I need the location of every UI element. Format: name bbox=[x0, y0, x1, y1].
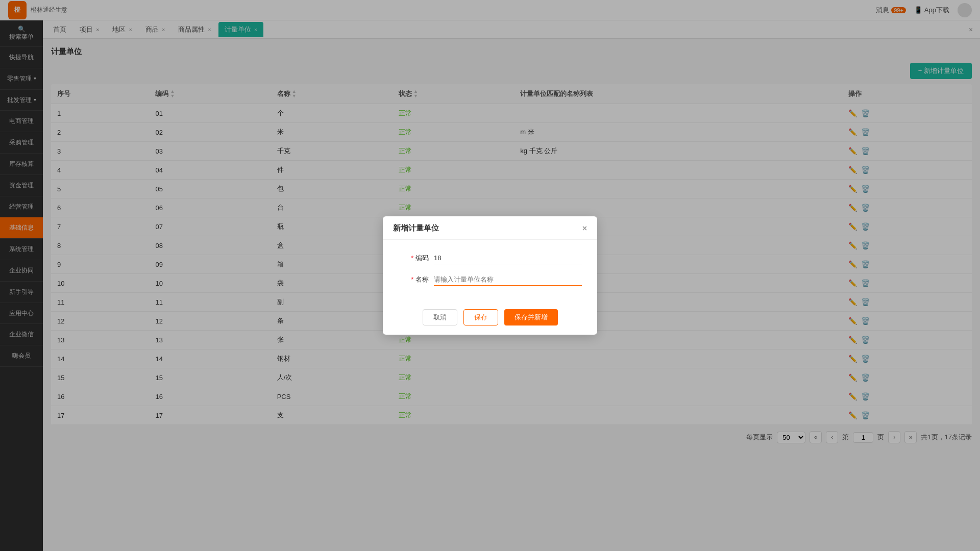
code-input[interactable] bbox=[434, 252, 582, 264]
modal-title: 新增计量单位 bbox=[393, 223, 439, 233]
cancel-button[interactable]: 取消 bbox=[423, 309, 457, 325]
code-label: 编码 bbox=[398, 254, 429, 263]
save-button[interactable]: 保存 bbox=[463, 309, 498, 325]
modal-overlay: 新增计量单位 × 编码 名称 取消 保存 保存并新增 bbox=[0, 0, 980, 551]
unit-name-input[interactable] bbox=[434, 273, 582, 286]
name-label: 名称 bbox=[398, 275, 429, 284]
modal-header: 新增计量单位 × bbox=[383, 216, 597, 240]
modal-body: 编码 名称 bbox=[383, 240, 597, 303]
modal-footer: 取消 保存 保存并新增 bbox=[383, 303, 597, 335]
code-form-row: 编码 bbox=[398, 252, 582, 264]
name-form-row: 名称 bbox=[398, 273, 582, 286]
save-new-button[interactable]: 保存并新增 bbox=[504, 309, 558, 325]
modal-close-icon[interactable]: × bbox=[582, 224, 587, 233]
add-unit-modal: 新增计量单位 × 编码 名称 取消 保存 保存并新增 bbox=[383, 216, 597, 335]
